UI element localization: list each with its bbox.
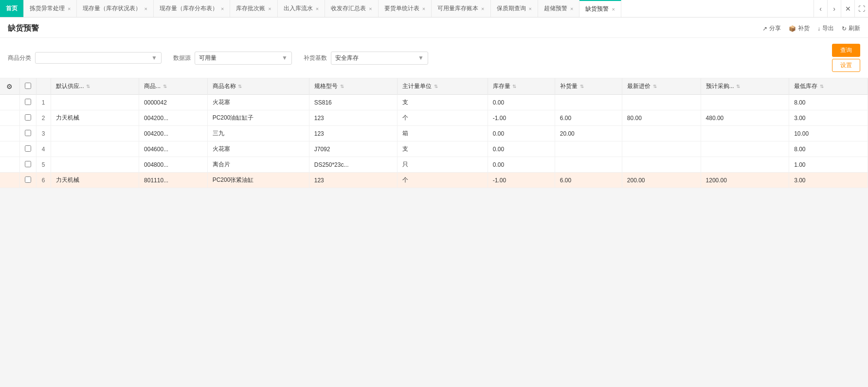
column-supplier[interactable]: 默认供应... ⇅	[51, 78, 139, 95]
tab-item-5[interactable]: 出入库流水×	[278, 0, 325, 17]
row-checkbox-0[interactable]	[19, 95, 36, 110]
tab-close-1[interactable]: ×	[68, 6, 71, 12]
tab-close-9[interactable]: ×	[529, 6, 532, 12]
tab-item-8[interactable]: 可用量库存账本×	[432, 0, 490, 17]
table-row[interactable]: 2力天机械004200...PC200油缸缸子123个-1.006.0080.0…	[0, 110, 868, 126]
category-select[interactable]: ▼	[35, 52, 162, 64]
row-gear-2	[0, 126, 19, 141]
cell-latest_price-1: 80.00	[622, 110, 701, 126]
column-checkbox[interactable]	[19, 78, 36, 95]
column-unit[interactable]: 主计量单位 ⇅	[398, 78, 488, 95]
settings-button[interactable]: 设置	[832, 59, 860, 72]
tab-item-2[interactable]: 现存量（库存状况表）×	[77, 0, 153, 17]
cell-unit-4: 只	[398, 157, 488, 173]
column-estimated_purchase[interactable]: 预计采购... ⇅	[701, 78, 789, 95]
query-button[interactable]: 查询	[832, 44, 860, 57]
cell-stock-0: 0.00	[488, 95, 555, 110]
tab-close-4[interactable]: ×	[268, 6, 271, 12]
row-select-checkbox-1[interactable]	[25, 114, 31, 121]
table-row[interactable]: 5004800...离合片DS250*23c...只0.001.00	[0, 157, 868, 173]
sort-icon-supplier: ⇅	[85, 84, 90, 89]
datasource-label: 数据源	[173, 54, 191, 62]
tab-item-6[interactable]: 收发存汇总表×	[325, 0, 378, 17]
export-action[interactable]: ↓ 导出	[817, 24, 834, 33]
select-all-checkbox[interactable]	[25, 83, 31, 89]
column-min_stock[interactable]: 最低库存 ⇅	[789, 78, 868, 95]
cell-estimated_purchase-3	[701, 141, 789, 157]
table-row[interactable]: 4004600...火花塞J7092支0.008.00	[0, 141, 868, 157]
refresh-action[interactable]: ↻ 刷新	[842, 24, 860, 33]
tab-item-4[interactable]: 库存批次账×	[230, 0, 277, 17]
restock-action[interactable]: 📦 补货	[789, 24, 810, 33]
row-checkbox-5[interactable]	[19, 173, 36, 188]
cell-spec-1: 123	[309, 110, 397, 126]
tab-item-7[interactable]: 要货单统计表×	[379, 0, 432, 17]
row-select-checkbox-3[interactable]	[25, 145, 31, 152]
table-container: ⚙默认供应... ⇅商品... ⇅商品名称 ⇅规格型号 ⇅主计量单位 ⇅库存量 …	[0, 78, 868, 188]
cell-restock-3	[555, 141, 622, 157]
sort-icon-code: ⇅	[162, 84, 167, 89]
tab-close-6[interactable]: ×	[369, 6, 372, 12]
category-select-arrow-icon: ▼	[151, 54, 157, 61]
tab-close-2[interactable]: ×	[144, 6, 147, 12]
sort-icon-restock: ⇅	[579, 84, 584, 89]
row-select-checkbox-0[interactable]	[25, 99, 31, 105]
tab-fullscreen-button[interactable]: ⛶	[854, 0, 868, 18]
tab-item-11[interactable]: 缺货预警×	[579, 0, 621, 17]
column-latest_price[interactable]: 最新进价 ⇅	[622, 78, 701, 95]
tab-item-0[interactable]: 首页	[0, 0, 24, 17]
cell-restock-1: 6.00	[555, 110, 622, 126]
tab-label-8: 可用量库存账本	[437, 4, 478, 13]
tab-item-1[interactable]: 拣货异常处理×	[24, 0, 77, 17]
restock-base-select[interactable]: 安全库存 ▼	[331, 52, 428, 65]
gear-icon: ⚙	[6, 83, 13, 90]
tab-item-3[interactable]: 现存量（库存分布表）×	[154, 0, 230, 17]
tab-item-9[interactable]: 保质期查询×	[491, 0, 538, 17]
cell-estimated_purchase-1: 480.00	[701, 110, 789, 126]
tab-next-button[interactable]: ›	[827, 0, 841, 18]
column-code[interactable]: 商品... ⇅	[139, 78, 208, 95]
row-checkbox-4[interactable]	[19, 157, 36, 173]
column-gear[interactable]: ⚙	[0, 78, 19, 95]
tab-item-10[interactable]: 超储预警×	[538, 0, 579, 17]
table-row[interactable]: 3004200...三九123箱0.0020.0010.00	[0, 126, 868, 141]
refresh-icon: ↻	[842, 25, 847, 32]
table-row[interactable]: 10000042火花塞SS816支0.008.00	[0, 95, 868, 110]
column-restock[interactable]: 补货量 ⇅	[555, 78, 622, 95]
cell-latest_price-0	[622, 95, 701, 110]
row-checkbox-3[interactable]	[19, 141, 36, 157]
cell-name-2: 三九	[207, 126, 309, 141]
tab-label-9: 保质期查询	[497, 4, 526, 13]
datasource-select-arrow-icon: ▼	[282, 54, 288, 61]
tab-prev-button[interactable]: ‹	[814, 0, 827, 18]
column-name[interactable]: 商品名称 ⇅	[207, 78, 309, 95]
tab-close-7[interactable]: ×	[422, 6, 425, 12]
cell-unit-1: 个	[398, 110, 488, 126]
column-stock[interactable]: 库存量 ⇅	[488, 78, 555, 95]
tab-close-button[interactable]: ✕	[841, 0, 854, 18]
cell-spec-2: 123	[309, 126, 397, 141]
tab-close-10[interactable]: ×	[570, 6, 573, 12]
cell-unit-5: 个	[398, 173, 488, 188]
row-select-checkbox-4[interactable]	[25, 161, 31, 167]
cell-supplier-0	[51, 95, 139, 110]
column-spec[interactable]: 规格型号 ⇅	[309, 78, 397, 95]
datasource-select[interactable]: 可用量 ▼	[195, 52, 292, 65]
row-select-checkbox-5[interactable]	[25, 176, 31, 183]
row-checkbox-1[interactable]	[19, 110, 36, 126]
row-gear-3	[0, 141, 19, 157]
cell-restock-5: 6.00	[555, 173, 622, 188]
tab-close-8[interactable]: ×	[481, 6, 484, 12]
restock-icon: 📦	[789, 25, 796, 32]
tab-close-11[interactable]: ×	[612, 6, 615, 12]
tab-nav-buttons: ‹ › ✕ ⛶	[814, 0, 868, 18]
sort-icon-stock: ⇅	[511, 84, 517, 89]
column-label-restock: 补货量	[560, 83, 578, 89]
table-row[interactable]: 6力天机械801110...PC200张紧油缸123个-1.006.00200.…	[0, 173, 868, 188]
row-select-checkbox-2[interactable]	[25, 130, 31, 136]
column-label-estimated_purchase: 预计采购...	[706, 83, 734, 89]
row-checkbox-2[interactable]	[19, 126, 36, 141]
share-action[interactable]: ↗ 分享	[762, 24, 781, 33]
tab-close-5[interactable]: ×	[316, 6, 319, 12]
tab-close-3[interactable]: ×	[221, 6, 224, 12]
